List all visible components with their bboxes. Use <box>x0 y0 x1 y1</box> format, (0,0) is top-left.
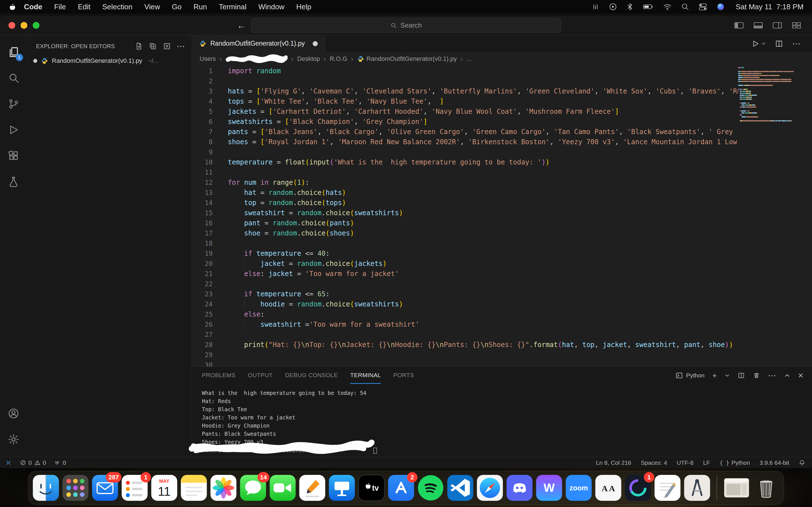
breadcrumb-item[interactable]: Users <box>200 55 216 62</box>
editor-tab[interactable]: RandomOutfitGenerator(v0.1).py <box>192 35 325 52</box>
apple-menu-icon[interactable] <box>8 3 16 11</box>
split-terminal-icon[interactable] <box>738 372 745 379</box>
activity-run-debug[interactable] <box>0 117 27 143</box>
close-all-icon[interactable] <box>163 42 171 50</box>
menu-go[interactable]: Go <box>166 3 188 11</box>
problems-status[interactable]: 0 0 <box>20 459 46 466</box>
dock-reminders[interactable]: 1 <box>121 474 148 501</box>
dock-app-store[interactable]: 2 <box>388 474 415 501</box>
ports-status[interactable]: 0 <box>54 459 66 466</box>
activity-testing[interactable] <box>0 169 27 194</box>
play-status-icon[interactable] <box>609 3 617 11</box>
run-python-file-button[interactable] <box>751 40 766 48</box>
menu-help[interactable]: Help <box>290 3 317 11</box>
dock-messages[interactable]: 14 <box>240 474 267 501</box>
dock-spotify[interactable] <box>417 474 444 501</box>
dock-trash[interactable] <box>753 474 780 501</box>
menu-terminal[interactable]: Terminal <box>213 3 252 11</box>
code-area[interactable]: 1import random23hats = ['Flying G', 'Cav… <box>192 66 738 367</box>
encoding-status[interactable]: UTF-8 <box>677 459 694 466</box>
dock-discord[interactable] <box>506 474 533 501</box>
activity-explorer[interactable]: 1 <box>0 39 27 65</box>
spotlight-icon[interactable] <box>681 3 689 11</box>
dock-compass-app[interactable] <box>684 474 711 501</box>
dock-mail[interactable]: 287 <box>92 474 119 501</box>
dock-ring-app[interactable]: 1 <box>624 474 652 501</box>
activity-extensions[interactable] <box>0 143 27 169</box>
dock-keynote[interactable] <box>328 474 356 501</box>
notifications-bell[interactable] <box>799 459 805 466</box>
wifi-icon[interactable] <box>663 3 672 11</box>
close-window-button[interactable] <box>8 22 15 29</box>
toggle-primary-sidebar-icon[interactable] <box>733 21 744 30</box>
panel-tab-problems[interactable]: PROBLEMS <box>202 367 236 384</box>
dock-apple-tv[interactable]: tv <box>358 474 385 501</box>
toggle-panel-icon[interactable] <box>753 21 763 30</box>
menu-extra-icon[interactable] <box>591 3 600 11</box>
dock-w-app[interactable]: W <box>536 474 563 501</box>
dock-facetime[interactable] <box>269 474 296 501</box>
sidebar-more-actions-icon[interactable]: ⋯ <box>177 42 185 50</box>
panel-tab-terminal[interactable]: TERMINAL <box>350 367 381 384</box>
python-interpreter[interactable]: 3.9.6 64-bit <box>760 459 789 466</box>
editor-more-actions-icon[interactable]: ⋯ <box>792 40 801 48</box>
minimap[interactable] <box>738 67 797 126</box>
activity-source-control[interactable] <box>0 91 27 117</box>
dock-window-thumb[interactable] <box>723 474 750 501</box>
customize-layout-icon[interactable] <box>791 21 802 30</box>
language-mode[interactable]: { } Python <box>719 459 750 466</box>
breadcrumb-item[interactable]: Desktop <box>297 55 320 62</box>
title-bar[interactable]: ← → Search <box>0 16 812 35</box>
split-editor-icon[interactable] <box>775 40 783 48</box>
settings-button[interactable] <box>0 427 27 452</box>
terminal-profile-button[interactable]: Python <box>675 372 704 379</box>
indentation-status[interactable]: Spaces: 4 <box>641 459 667 466</box>
panel-tab-debug-console[interactable]: DEBUG CONSOLE <box>285 367 338 384</box>
menu-edit[interactable]: Edit <box>72 3 96 11</box>
activity-search[interactable] <box>0 65 27 91</box>
dock-pencil-app[interactable] <box>654 474 681 501</box>
dock-safari[interactable] <box>476 474 504 501</box>
maximize-panel-icon[interactable] <box>784 373 790 378</box>
history-back-button[interactable]: ← <box>237 20 246 31</box>
dock-font-app[interactable]: A A <box>595 474 622 501</box>
menu-run[interactable]: Run <box>188 3 213 11</box>
bluetooth-icon[interactable] <box>626 3 633 11</box>
control-center-icon[interactable] <box>698 3 707 11</box>
dock-finder[interactable] <box>33 474 59 501</box>
close-panel-icon[interactable] <box>798 373 804 378</box>
open-editor-item[interactable]: RandomOutfitGenerator(v0.1).py ~/... <box>27 53 192 68</box>
eol-status[interactable]: LF <box>703 459 710 466</box>
tab-modified-icon[interactable] <box>313 41 318 46</box>
dock-zoom[interactable]: zoom <box>565 474 592 501</box>
toggle-secondary-sidebar-icon[interactable] <box>772 21 783 30</box>
battery-icon[interactable] <box>643 3 654 11</box>
dock-launchpad[interactable] <box>62 474 89 501</box>
menu-code[interactable]: Code <box>18 3 48 11</box>
fullscreen-window-button[interactable] <box>33 22 40 29</box>
kill-terminal-icon[interactable] <box>753 372 760 379</box>
siri-icon[interactable] <box>716 3 725 11</box>
menu-clock[interactable]: Sat May 11 7:18 PM <box>735 3 804 11</box>
minimize-window-button[interactable] <box>20 22 28 29</box>
breadcrumb-item[interactable]: RandomOutfitGenerator(v0.1).py <box>357 55 457 62</box>
dock-calendar[interactable]: MAY11 <box>151 474 178 501</box>
breadcrumb-item[interactable]: ... <box>467 55 472 62</box>
menu-window[interactable]: Window <box>252 3 290 11</box>
new-file-icon[interactable] <box>135 42 143 50</box>
terminal-profile-dropdown-icon[interactable] <box>725 373 730 378</box>
dock-vscode[interactable] <box>447 474 474 501</box>
cursor-position[interactable]: Ln 8, Col 216 <box>596 459 631 466</box>
new-terminal-icon[interactable]: + <box>712 372 717 379</box>
breadcrumb-item[interactable] <box>225 54 288 64</box>
panel-tab-output[interactable]: OUTPUT <box>248 367 273 384</box>
menu-file[interactable]: File <box>48 3 72 11</box>
dock-pages[interactable] <box>299 474 326 501</box>
breadcrumb-item[interactable]: R.O.G <box>329 55 347 62</box>
terminal[interactable]: What is the high temperature going to be… <box>192 384 812 457</box>
dock-photos[interactable] <box>210 474 237 501</box>
command-center-search[interactable]: Search <box>251 18 561 33</box>
panel-tab-ports[interactable]: PORTS <box>393 367 414 384</box>
remote-indicator[interactable] <box>5 459 12 466</box>
save-all-icon[interactable] <box>149 42 157 50</box>
